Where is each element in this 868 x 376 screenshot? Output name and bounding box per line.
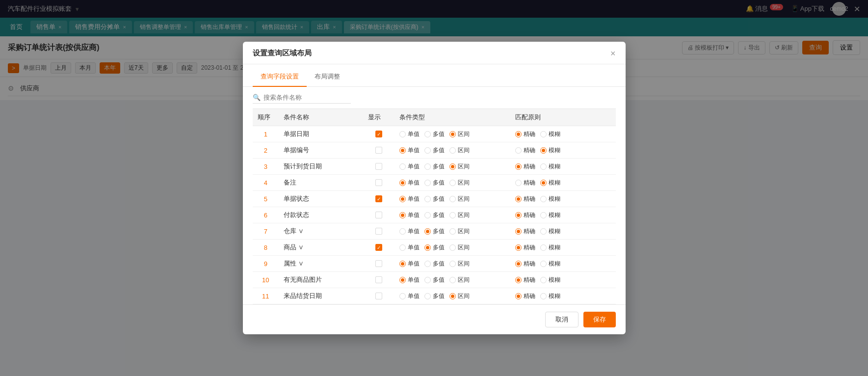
modal-dialog: 设置查询区域布局 × 查询字段设置 布局调整 🔍 顺序 条件名称 显示 条件类型… <box>243 42 626 100</box>
modal-title: 设置查询区域布局 <box>253 49 312 58</box>
modal-tabs: 查询字段设置 布局调整 <box>243 64 626 87</box>
tab-query-fields[interactable]: 查询字段设置 <box>253 69 307 87</box>
search-input-wrap: 🔍 <box>253 92 351 100</box>
search-input[interactable] <box>263 94 342 100</box>
search-box: 🔍 <box>243 87 626 100</box>
tab-layout[interactable]: 布局调整 <box>307 69 348 87</box>
modal-close-button[interactable]: × <box>610 49 616 58</box>
modal-header: 设置查询区域布局 × <box>243 42 626 64</box>
search-icon: 🔍 <box>253 94 261 100</box>
